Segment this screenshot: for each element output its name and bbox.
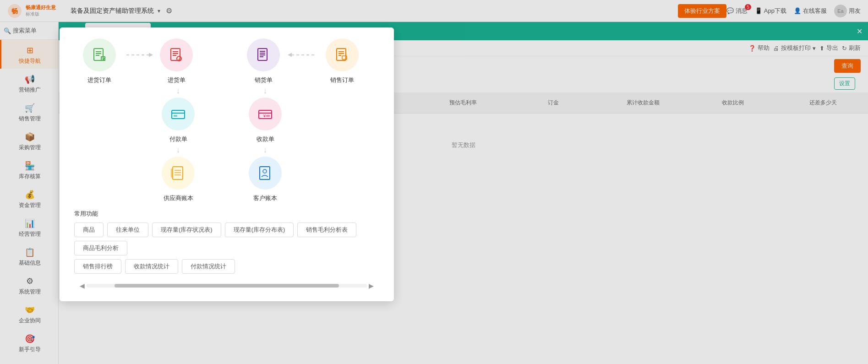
arrow-payment-down: ↓ [176,145,180,155]
arrow-sales-bill-down: ↓ [263,86,267,96]
scroll-hint: ◀ ▶ [74,279,379,292]
btn-payment-stats[interactable]: 付款情况统计 [182,259,235,274]
flow-label-receipt: 收款单 [257,135,274,143]
svg-rect-24 [174,115,177,117]
svg-point-35 [263,169,267,173]
flow-label-sales-bill: 销货单 [255,76,273,84]
scroll-thumb [115,284,339,288]
flow-label-sales-order: 销售订单 [330,76,354,84]
flow-circle-supplier-ledger [162,157,195,190]
svg-text:¥: ¥ [263,114,266,118]
flow-circle-receipt: ¥ [249,98,282,130]
scroll-track [87,284,367,288]
btn-product-gross-analysis[interactable]: 商品毛利分析 [74,241,127,255]
flow-node-supplier-ledger[interactable]: 供应商账本 [153,157,203,202]
common-functions-section: 常用功能 商品 往来单位 现存量(库存状况表) 现存量(库存分布表) 销售毛利分… [74,210,379,274]
btn-customer-supplier[interactable]: 往来单位 [107,223,148,237]
flow-circle-payment [162,98,195,130]
flow-node-purchase-order[interactable]: 进货订单 [74,38,125,84]
flow-circle-customer-ledger [249,157,282,190]
flow-node-purchase-bill[interactable]: ✓ 进货单 [151,38,202,84]
flow-circle-purchase-order [83,38,116,71]
flow-node-sales-bill[interactable]: 销货单 [238,38,289,84]
svg-rect-25 [173,167,183,179]
flow-circle-purchase-bill: ✓ [160,38,193,71]
flow-label-supplier-ledger: 供应商账本 [164,194,193,202]
arrow-purchase-bill-down: ↓ [176,86,180,96]
svg-text:✓: ✓ [178,57,181,61]
btn-product[interactable]: 商品 [74,223,104,237]
common-buttons-row1: 商品 往来单位 现存量(库存状况表) 现存量(库存分布表) 销售毛利分析表 商品… [74,223,379,255]
flow-label-payment: 付款单 [169,135,187,143]
flow-circle-sales-order [326,38,359,71]
modal-overlay[interactable]: 进货订单 ▶ ✓ 进货单 [0,0,868,364]
btn-sales-rank[interactable]: 销售排行榜 [74,259,121,274]
svg-rect-22 [172,110,185,119]
btn-inventory-status[interactable]: 现存量(库存状况表) [152,223,221,237]
arrow-purchase-order-to-purchase-bill: ▶ [125,54,151,55]
arrow-receipt-down: ↓ [263,145,267,155]
scroll-right-arrow[interactable]: ▶ [369,282,374,289]
flow-node-sales-order[interactable]: 销售订单 [317,38,367,84]
flow-node-payment[interactable]: 付款单 [153,98,203,143]
btn-inventory-distribution[interactable]: 现存量(库存分布表) [225,223,294,237]
flow-circle-sales-bill [247,38,280,71]
svg-rect-29 [171,168,173,178]
svg-rect-17 [337,49,346,60]
common-buttons-row2: 销售排行榜 收款情况统计 付款情况统计 [74,259,379,274]
flow-label-customer-ledger: 客户账本 [253,194,277,202]
common-functions-title: 常用功能 [74,210,379,218]
flow-node-customer-ledger[interactable]: 客户账本 [240,157,290,202]
flow-modal: 进货订单 ▶ ✓ 进货单 [60,27,394,301]
svg-rect-32 [266,115,270,117]
flow-node-receipt[interactable]: ¥ 收款单 [240,98,290,143]
btn-receipt-stats[interactable]: 收款情况统计 [125,259,178,274]
scroll-left-arrow[interactable]: ◀ [80,282,85,289]
btn-sales-gross-analysis[interactable]: 销售毛利分析表 [297,223,356,237]
flow-label-purchase-order: 进货订单 [87,76,111,84]
flow-label-purchase-bill: 进货单 [168,76,186,84]
